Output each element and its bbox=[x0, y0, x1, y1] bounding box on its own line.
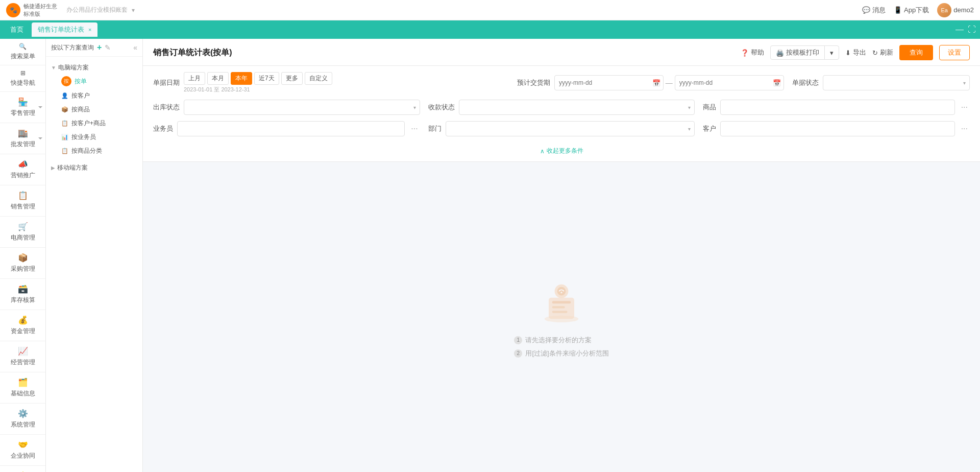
date-label: 单据日期 bbox=[153, 78, 180, 87]
scheme-item-by-customer[interactable]: 👤 按客户 bbox=[51, 89, 137, 103]
calendar-start-icon[interactable]: 📅 bbox=[652, 79, 660, 87]
user-btn[interactable]: Ea demo2 bbox=[937, 3, 974, 17]
help-icon: ❓ bbox=[741, 49, 749, 57]
date-separator: — bbox=[666, 79, 673, 87]
department-select-wrap: ▾ bbox=[446, 121, 695, 136]
product-label: 商品 bbox=[703, 103, 716, 112]
sidebar-quick-nav[interactable]: ⊞ 快捷导航 bbox=[0, 65, 45, 92]
purchase-icon: 📦 bbox=[18, 253, 28, 263]
scheme-item-by-order[interactable]: 按 按单 bbox=[51, 74, 137, 89]
export-btn[interactable]: ⬇ 导出 bbox=[845, 48, 866, 57]
scheme-add-btn[interactable]: + bbox=[97, 43, 102, 52]
filter-customer: 客户 ··· bbox=[703, 121, 970, 136]
sidebar-item-inventory[interactable]: 🗃️ 库存核算 bbox=[0, 279, 45, 310]
sidebar-item-basic[interactable]: 🗂️ 基础信息 bbox=[0, 372, 45, 404]
last7-btn[interactable]: 近7天 bbox=[254, 72, 279, 85]
scheme-panel: 按以下方案查询 + ✎ « ▼ 电脑端方案 按 按单 👤 bbox=[46, 39, 143, 472]
sidebar-item-wholesale[interactable]: 🏬 批发管理 bbox=[0, 123, 45, 154]
more-date-btn[interactable]: 更多 bbox=[281, 72, 303, 85]
tab-bar-actions: — ⛶ bbox=[955, 25, 976, 34]
page-title: 销售订单统计表(按单) bbox=[153, 48, 232, 63]
tip-text-1: 请先选择要分析的方案 bbox=[525, 336, 592, 345]
sidebar-item-ecommerce[interactable]: 🛒 电商管理 bbox=[0, 217, 45, 248]
sidebar-item-operations[interactable]: 📈 经营管理 bbox=[0, 341, 45, 372]
sidebar-search[interactable]: 🔍 搜索菜单 bbox=[0, 39, 45, 65]
order-status-select[interactable] bbox=[823, 75, 970, 90]
customer-input[interactable] bbox=[720, 121, 954, 136]
ecommerce-icon: 🛒 bbox=[18, 222, 28, 231]
payment-status-select[interactable] bbox=[459, 100, 695, 115]
scheme-tree: ▼ 电脑端方案 按 按单 👤 按客户 📦 按商品 bbox=[46, 57, 142, 472]
expected-date-range: 📅 — 📅 bbox=[554, 75, 784, 90]
scheme-group-pc-header[interactable]: ▼ 电脑端方案 bbox=[51, 62, 137, 74]
salesperson-more-btn[interactable]: ··· bbox=[409, 124, 420, 133]
this-year-btn[interactable]: 本年 bbox=[231, 72, 252, 85]
customer-more-btn[interactable]: ··· bbox=[959, 124, 970, 133]
collapse-btn[interactable]: ∧ 收起更多条件 bbox=[540, 147, 583, 155]
scheme-group-mobile-header[interactable]: ▶ 移动端方案 bbox=[51, 162, 137, 174]
query-btn[interactable]: 查询 bbox=[899, 45, 933, 60]
print-btn[interactable]: 🖨️ 按模板打印 bbox=[771, 46, 825, 59]
marketing-icon: 📣 bbox=[18, 159, 28, 169]
group-arrow-pc: ▼ bbox=[51, 65, 56, 70]
empty-state: 1 请先选择要分析的方案 2 用[过滤]条件来缩小分析范围 bbox=[143, 162, 980, 472]
calendar-end-icon[interactable]: 📅 bbox=[773, 79, 781, 87]
logo-icon: 🐾 bbox=[6, 3, 20, 17]
sidebar-item-purchase[interactable]: 📦 采购管理 bbox=[0, 248, 45, 279]
scheme-item-by-category[interactable]: 📋 按商品分类 bbox=[51, 144, 137, 158]
sidebar-item-cooperation[interactable]: 🤝 企业协同 bbox=[0, 435, 45, 466]
top-bar-right: 💬 消息 📱 App下载 Ea demo2 bbox=[862, 3, 974, 17]
dropdown-arrow-industry[interactable]: ▾ bbox=[132, 7, 135, 14]
quick-date-row: 上月 本月 本年 近7天 更多 自定义 bbox=[184, 72, 509, 85]
scheme-edit-btn[interactable]: ✎ bbox=[105, 43, 111, 52]
tab-maximize-btn[interactable]: ⛶ bbox=[968, 25, 976, 34]
sidebar-item-system[interactable]: ⚙️ 系统管理 bbox=[0, 404, 45, 435]
salesperson-input[interactable] bbox=[177, 121, 405, 136]
by-customer-icon: 👤 bbox=[61, 92, 68, 99]
settings-btn[interactable]: 设置 bbox=[939, 45, 970, 60]
sidebar-item-finance[interactable]: 💰 资金管理 bbox=[0, 310, 45, 341]
scheme-item-by-product[interactable]: 📦 按商品 bbox=[51, 103, 137, 116]
scheme-group-mobile: ▶ 移动端方案 bbox=[46, 160, 142, 176]
product-more-btn[interactable]: ··· bbox=[959, 103, 970, 112]
expected-date-label: 预计交货期 bbox=[517, 78, 550, 87]
sidebar-item-sales[interactable]: 📋 销售管理 bbox=[0, 185, 45, 217]
payment-status-select-wrap: ▾ bbox=[459, 100, 695, 115]
sidebar-item-onboarding[interactable]: 🌟 新手引导 bbox=[0, 466, 45, 472]
scheme-item-by-customer-product[interactable]: 📋 按客户+商品 bbox=[51, 116, 137, 130]
tab-minimize-btn[interactable]: — bbox=[955, 25, 964, 34]
svg-point-6 bbox=[557, 287, 566, 295]
expected-date-start-input[interactable] bbox=[554, 75, 664, 90]
by-salesperson-icon: 📊 bbox=[61, 134, 68, 140]
tab-home[interactable]: 首页 bbox=[4, 22, 30, 37]
ship-status-select-wrap: ▾ bbox=[184, 100, 420, 115]
tab-sales-order-stats[interactable]: 销售订单统计表 × bbox=[32, 22, 97, 37]
tab-close-btn[interactable]: × bbox=[88, 27, 91, 33]
scheme-item-by-salesperson[interactable]: 📊 按业务员 bbox=[51, 130, 137, 144]
custom-date-btn[interactable]: 自定义 bbox=[305, 72, 332, 85]
tip-num-1: 1 bbox=[514, 336, 522, 344]
scheme-collapse-btn[interactable]: « bbox=[133, 43, 137, 52]
department-select[interactable] bbox=[446, 121, 695, 136]
product-input[interactable] bbox=[720, 100, 954, 115]
last-month-btn[interactable]: 上月 bbox=[184, 72, 205, 85]
sidebar-item-retail[interactable]: 🏪 零售管理 bbox=[0, 92, 45, 123]
app-download-btn[interactable]: 📱 App下载 bbox=[894, 6, 929, 15]
print-dropdown-btn[interactable]: ▾ bbox=[825, 47, 839, 59]
help-btn[interactable]: ❓ 帮助 bbox=[741, 48, 764, 57]
empty-tips: 1 请先选择要分析的方案 2 用[过滤]条件来缩小分析范围 bbox=[514, 336, 608, 358]
date-range-text: 2023-01-01 至 2023-12-31 bbox=[184, 86, 509, 93]
tab-bar: 首页 销售订单统计表 × — ⛶ bbox=[0, 20, 980, 39]
expected-date-end-input[interactable] bbox=[675, 75, 784, 90]
page-header: 销售订单统计表(按单) ❓ 帮助 🖨️ 按模板打印 ▾ ⬇ bbox=[143, 39, 980, 66]
filter-area: 单据日期 上月 本月 本年 近7天 更多 自定义 2023-01-01 至 20… bbox=[143, 66, 980, 162]
refresh-btn[interactable]: ↻ 刷新 bbox=[872, 48, 893, 57]
sidebar-item-marketing[interactable]: 📣 营销推广 bbox=[0, 154, 45, 185]
message-btn[interactable]: 💬 消息 bbox=[862, 6, 886, 15]
filter-payment-status: 收款状态 ▾ bbox=[428, 100, 695, 115]
expected-date-start-wrap: 📅 bbox=[554, 75, 664, 90]
this-month-btn[interactable]: 本月 bbox=[207, 72, 229, 85]
sidebar: 🔍 搜索菜单 ⊞ 快捷导航 🏪 零售管理 🏬 批发管理 📣 营销推广 📋 销售管… bbox=[0, 39, 46, 472]
ship-status-select[interactable] bbox=[184, 100, 420, 115]
order-status-select-wrap: ▾ bbox=[823, 75, 970, 90]
